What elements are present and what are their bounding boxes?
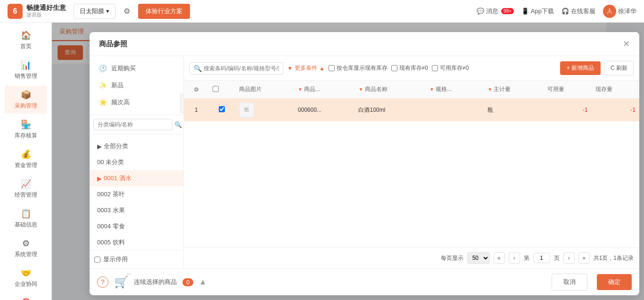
th-code[interactable]: ▼ 商品... — [294, 81, 355, 99]
sidebar: 🏠 首页 📊 销售管理 📦 采购管理 🏪 库存核算 💰 资金管理 📈 经营管理 … — [0, 23, 52, 300]
sidebar-item-purchase[interactable]: 📦 采购管理 — [5, 86, 47, 114]
user-area[interactable]: 人 徐泽华 — [603, 5, 636, 18]
gear-icon[interactable]: ⚙ — [194, 86, 199, 93]
system-icon: ⚙ — [22, 238, 30, 249]
current-stock-label: 现有库存≠0 — [399, 64, 428, 72]
confirm-button[interactable]: 确定 — [597, 274, 632, 290]
th-name[interactable]: ▼ 商品名称 — [355, 81, 426, 99]
help-icon-button[interactable]: ? — [97, 276, 108, 288]
cancel-button[interactable]: 取消 — [552, 274, 587, 291]
online-service-item[interactable]: 🎧 在线客服 — [561, 7, 595, 16]
store-name: 日太阳膜 — [80, 7, 104, 16]
cart-icon[interactable]: 🛒 — [114, 275, 128, 288]
quick-access-recent[interactable]: 🕐 近期购买 — [93, 60, 180, 77]
settings-icon[interactable]: ⚙ — [119, 4, 134, 19]
category-0005[interactable]: 0005 饮料 — [90, 234, 183, 250]
sidebar-item-guide[interactable]: 🎯 新手引导 — [5, 294, 47, 300]
operations-icon: 📈 — [21, 179, 31, 189]
table-row[interactable]: 1 图 000600... 白酒100ml — [184, 99, 639, 122]
message-nav-item[interactable]: 💬 消息 99+ — [477, 7, 514, 16]
td-index: 1 — [184, 99, 209, 122]
online-service-label: 在线客服 — [571, 7, 595, 16]
category-0001[interactable]: ▶ 0001 酒水 — [90, 170, 183, 186]
quick-access-section: 🕐 近期购买 ✨ 新品 ⭐ 频次高 — [90, 56, 183, 115]
quick-access-frequent[interactable]: ⭐ 频次高 — [93, 94, 180, 111]
per-page-select[interactable]: 50 — [467, 252, 490, 264]
first-page-button[interactable]: « — [494, 252, 505, 264]
sidebar-item-sales[interactable]: 📊 销售管理 — [5, 56, 47, 84]
sidebar-item-finance[interactable]: 💰 资金管理 — [5, 145, 47, 173]
sidebar-label-home: 首页 — [20, 42, 32, 50]
sidebar-label-sales: 销售管理 — [15, 72, 37, 80]
sort-icon: ▼ — [298, 87, 303, 92]
sidebar-item-basics[interactable]: 📋 基础信息 — [5, 205, 47, 233]
last-page-button[interactable]: » — [578, 252, 590, 264]
cart-badge — [126, 274, 131, 275]
category-search-input[interactable] — [93, 119, 173, 130]
th-spec[interactable]: ▼ 规格... — [426, 81, 484, 99]
user-name: 徐泽华 — [618, 7, 636, 16]
category-list: ▶ 全部分类 00 未分类 ▶ 0001 酒水 0002 茶叶 — [90, 134, 183, 250]
quick-access-new[interactable]: ✨ 新品 — [93, 77, 180, 94]
app-download-item[interactable]: 📱 App下载 — [521, 7, 554, 16]
select-all-checkbox[interactable] — [213, 86, 219, 92]
show-disabled-checkbox[interactable] — [94, 257, 100, 263]
sidebar-item-home[interactable]: 🏠 首页 — [5, 26, 47, 54]
show-disabled-area: 显示停用 — [90, 250, 183, 268]
user-avatar: 人 — [603, 5, 616, 18]
experience-button[interactable]: 体验行业方案 — [138, 4, 190, 19]
more-filter-button[interactable]: ▼ 更多条件 ▲ — [287, 64, 325, 72]
category-all[interactable]: ▶ 全部分类 — [90, 138, 183, 154]
store-dropdown[interactable]: 日太阳膜 ▾ — [74, 4, 116, 19]
sort-icon-spec: ▼ — [429, 87, 434, 92]
current-page-input[interactable] — [533, 253, 550, 263]
next-page-button[interactable]: › — [563, 252, 575, 264]
sidebar-item-system[interactable]: ⚙ 系统管理 — [5, 234, 47, 262]
category-0001-arrow: ▶ — [97, 175, 102, 182]
purchase-icon: 📦 — [21, 90, 31, 100]
selected-count-badge: 0 — [182, 278, 193, 286]
continuous-select-label: 连续选择的商品 — [134, 278, 177, 286]
per-page-label: 每页显示 — [441, 254, 463, 262]
product-reference-modal: 商品参照 ✕ 🕐 近期购买 ✨ 新品 — [90, 32, 639, 295]
current-stock-checkbox[interactable] — [391, 65, 397, 71]
category-0002[interactable]: 0002 茶叶 — [90, 186, 183, 202]
prev-page-button[interactable]: ‹ — [509, 252, 520, 264]
message-label: 消息 — [486, 7, 498, 16]
sort-icon-name: ▼ — [358, 87, 363, 92]
modal-close-button[interactable]: ✕ — [623, 39, 630, 49]
category-0004[interactable]: 0004 零食 — [90, 218, 183, 234]
phone-icon: 📱 — [521, 8, 529, 15]
category-0003-label: 0003 水果 — [97, 206, 125, 215]
finance-icon: 💰 — [21, 149, 31, 159]
category-00[interactable]: 00 未分类 — [90, 154, 183, 170]
category-0004-label: 0004 零食 — [97, 222, 125, 231]
category-0003[interactable]: 0003 水果 — [90, 202, 183, 218]
sidebar-item-operations[interactable]: 📈 经营管理 — [5, 175, 47, 203]
warehouse-stock-checkbox[interactable] — [329, 65, 335, 71]
collapse-panel-button[interactable]: 《 — [180, 94, 184, 113]
category-00-label: 00 未分类 — [97, 158, 124, 167]
product-search-input[interactable] — [204, 65, 279, 72]
guide-icon: 🎯 — [21, 298, 31, 300]
sidebar-item-enterprise[interactable]: 🤝 企业协同 — [5, 264, 47, 292]
available-stock-checkbox[interactable] — [432, 65, 438, 71]
category-all-label: 全部分类 — [104, 142, 128, 150]
category-all-arrow: ▶ — [97, 143, 102, 150]
td-name: 白酒100ml — [355, 99, 426, 122]
th-unit[interactable]: ▼ 主计量 — [484, 81, 544, 99]
th-available: 可用量 — [544, 81, 591, 99]
sidebar-label-basics: 基础信息 — [15, 221, 37, 229]
category-0002-label: 0002 茶叶 — [97, 190, 125, 199]
category-search-icon[interactable]: 🔍 — [174, 121, 182, 128]
filter-arrow: ▲ — [319, 65, 325, 72]
row-checkbox[interactable] — [219, 106, 225, 112]
sidebar-item-inventory[interactable]: 🏪 库存核算 — [5, 116, 47, 143]
refresh-button[interactable]: C 刷新 — [604, 61, 634, 75]
new-icon: ✨ — [98, 81, 107, 90]
add-product-button[interactable]: + 新增商品 — [560, 61, 601, 75]
table-pagination: 每页显示 50 « ‹ 第 页 › » 共1页，1条记录 — [184, 247, 639, 268]
sidebar-label-enterprise: 企业协同 — [15, 280, 37, 288]
category-0005-label: 0005 饮料 — [97, 238, 125, 247]
collapse-up-icon[interactable]: ▲ — [199, 278, 206, 286]
